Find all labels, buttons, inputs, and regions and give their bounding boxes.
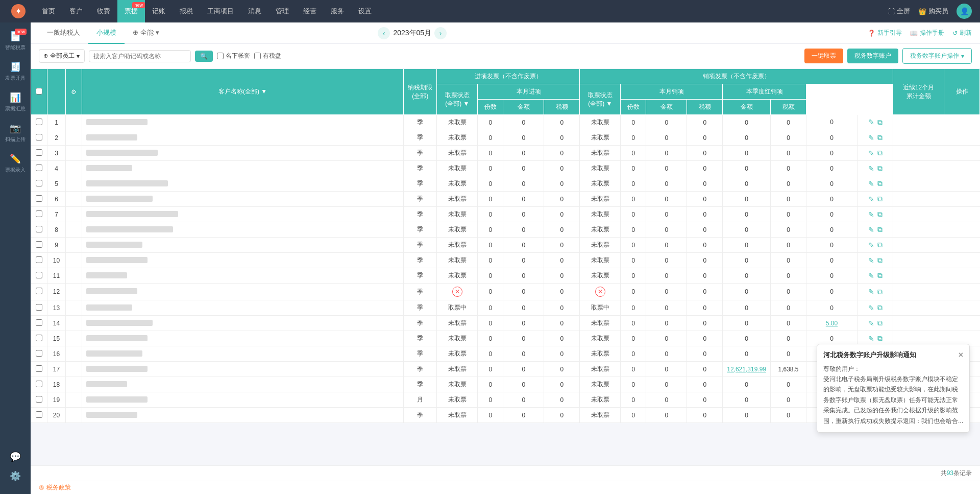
row-checkbox[interactable] (36, 335, 42, 341)
copy-icon[interactable]: ⧉ (877, 288, 883, 296)
row-checkbox[interactable] (36, 134, 42, 140)
copy-icon[interactable]: ⧉ (877, 319, 883, 327)
copy-icon[interactable]: ⧉ (877, 241, 883, 249)
edit-icon[interactable]: ✎ (868, 288, 874, 296)
sidebar-item-scan-upload[interactable]: 📷 扫描上传 (1, 119, 30, 147)
edit-icon[interactable]: ✎ (868, 304, 874, 312)
edit-icon[interactable]: ✎ (868, 164, 874, 173)
tax-account-operations-btn[interactable]: 税务数字账户操作 ▾ (902, 48, 972, 64)
nav-item-ticket[interactable]: 票据 new (117, 0, 145, 22)
copy-icon[interactable]: ⧉ (877, 164, 883, 173)
row-checkbox[interactable] (36, 256, 42, 263)
edit-icon[interactable]: ✎ (868, 210, 874, 219)
row-checkbox[interactable] (36, 241, 42, 248)
row-checkbox[interactable] (36, 365, 42, 372)
copy-icon[interactable]: ⧉ (877, 149, 883, 157)
sidebar-item-smart-ticket[interactable]: 📄 智能税票 new (1, 27, 30, 55)
row-out-tax: 0 (687, 176, 723, 192)
checkbox-subledger[interactable]: 名下帐套 (217, 52, 250, 60)
nav-item-settings[interactable]: 设置 (351, 0, 379, 22)
edit-icon[interactable]: ✎ (868, 241, 874, 249)
sidebar-item-settings[interactable]: ⚙️ (1, 466, 30, 486)
edit-icon[interactable]: ✎ (868, 319, 874, 327)
sidebar-item-ticket-summary[interactable]: 📊 票据汇总 (1, 88, 30, 116)
nav-item-business[interactable]: 工商项目 (200, 0, 241, 22)
col-name-header[interactable]: 客户名称(全部) ▼ (82, 69, 404, 115)
nav-item-manage[interactable]: 管理 (268, 0, 296, 22)
new-guide-btn[interactable]: ❓ 新手引导 (868, 29, 902, 37)
row-checkbox[interactable] (36, 272, 42, 278)
select-all-checkbox[interactable] (36, 88, 42, 95)
sidebar-item-chat[interactable]: 💬 (1, 447, 30, 466)
edit-icon[interactable]: ✎ (868, 134, 874, 142)
nav-item-customer[interactable]: 客户 (62, 0, 90, 22)
row-checkbox[interactable] (36, 381, 42, 387)
copy-icon[interactable]: ⧉ (877, 179, 883, 188)
prev-month-btn[interactable]: ‹ (378, 27, 390, 39)
row-checkbox[interactable] (36, 288, 42, 294)
nav-item-message[interactable]: 消息 (241, 0, 268, 22)
nav-item-fee[interactable]: 收费 (90, 0, 117, 22)
row-checkbox[interactable] (36, 396, 42, 403)
row-checkbox[interactable] (36, 149, 42, 156)
tax-account-btn[interactable]: 税务数字账户 (847, 49, 898, 63)
tax-policy-bar[interactable]: ⑤ 税务政策 (31, 481, 980, 494)
refresh-btn[interactable]: ↺ 刷新 (952, 29, 972, 37)
copy-icon[interactable]: ⧉ (877, 225, 883, 234)
checkbox-taxdisk[interactable]: 有税盘 (254, 52, 281, 60)
fullscreen-btn[interactable]: ⛶ 全屏 (888, 7, 910, 16)
nav-item-service[interactable]: 服务 (324, 0, 351, 22)
tab-all-type[interactable]: ⊕全能 ▾ (125, 22, 167, 44)
nav-item-operation[interactable]: 经营 (296, 0, 324, 22)
manual-btn[interactable]: 📖 操作手册 (910, 29, 944, 37)
nav-item-home[interactable]: 首页 (35, 0, 62, 22)
row-out-tax: 0 (687, 316, 723, 331)
next-month-btn[interactable]: › (434, 27, 447, 39)
row-checkbox[interactable] (36, 226, 42, 232)
month12-link[interactable]: 5.00 (826, 320, 838, 327)
row-checkbox[interactable] (36, 164, 42, 171)
edit-icon[interactable]: ✎ (868, 226, 874, 234)
member-btn[interactable]: 👑 购买员 (918, 7, 948, 16)
copy-icon[interactable]: ⧉ (877, 195, 883, 203)
nav-item-accounting[interactable]: 记账 (145, 0, 173, 22)
tab-small-scale[interactable]: 小规模 (88, 22, 125, 44)
row-checkbox[interactable] (36, 304, 42, 311)
row-checkbox[interactable] (36, 319, 42, 326)
edit-icon[interactable]: ✎ (868, 256, 874, 265)
red-amount-link[interactable]: 12,621,319.99 (727, 366, 766, 373)
copy-icon[interactable]: ⧉ (877, 133, 883, 142)
edit-icon[interactable]: ✎ (868, 118, 874, 126)
copy-icon[interactable]: ⧉ (877, 210, 883, 219)
edit-icon[interactable]: ✎ (868, 149, 874, 157)
copy-icon[interactable]: ⧉ (877, 303, 883, 312)
edit-icon[interactable]: ✎ (868, 335, 874, 343)
sidebar-item-invoice-open[interactable]: 🧾 发票开具 (1, 57, 30, 86)
sidebar-item-ticket-entry[interactable]: ✏️ 票据录入 (1, 149, 30, 178)
edit-icon[interactable]: ✎ (868, 180, 874, 188)
copy-icon[interactable]: ⧉ (877, 118, 883, 127)
row-checkbox[interactable] (36, 195, 42, 202)
copy-icon[interactable]: ⧉ (877, 256, 883, 265)
employee-select[interactable]: ⊕ 全部员工 ▾ (39, 49, 85, 63)
row-checkbox[interactable] (36, 210, 42, 217)
row-in-amount: 0 (503, 392, 544, 408)
notify-close-btn[interactable]: × (959, 350, 963, 360)
col-in-status-header[interactable]: 取票状态(全部) ▼ (437, 84, 478, 115)
search-input[interactable] (89, 50, 191, 62)
row-in-status: 未取票 (437, 331, 478, 346)
edit-icon[interactable]: ✎ (868, 272, 874, 280)
avatar[interactable]: 👤 (957, 4, 972, 19)
one-click-ticket-btn[interactable]: 一键取票 (804, 49, 843, 63)
row-checkbox[interactable] (36, 119, 42, 125)
col-out-status-header[interactable]: 取票状态(全部) ▼ (580, 84, 621, 115)
search-button[interactable]: 🔍 (195, 51, 213, 62)
copy-icon[interactable]: ⧉ (877, 334, 883, 343)
nav-item-tax[interactable]: 报税 (173, 0, 200, 22)
edit-icon[interactable]: ✎ (868, 195, 874, 203)
copy-icon[interactable]: ⧉ (877, 271, 883, 280)
tab-general-taxpayer[interactable]: 一般纳税人 (39, 22, 88, 44)
row-checkbox[interactable] (36, 350, 42, 357)
row-checkbox[interactable] (36, 180, 42, 186)
row-checkbox[interactable] (36, 411, 42, 418)
